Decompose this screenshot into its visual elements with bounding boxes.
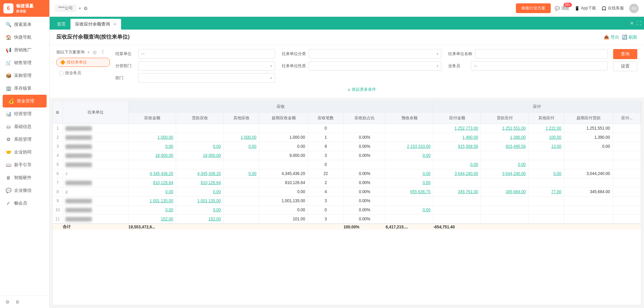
- service-icon: 🎧: [601, 6, 606, 11]
- user-avatar[interactable]: Rit: [629, 4, 639, 13]
- sidebar-item-wechat[interactable]: 💬企业微信: [0, 184, 49, 197]
- tab-home[interactable]: 首页: [52, 19, 70, 30]
- filter-collapse-btn[interactable]: 《: [99, 49, 104, 55]
- refresh-btn[interactable]: 🔄 刷新: [622, 34, 637, 40]
- row-num-3: 3: [53, 142, 63, 151]
- breadcrumb-chevron[interactable]: ▾: [79, 6, 81, 11]
- filter-settlement-input[interactable]: ···: [138, 49, 275, 58]
- header-settings-icon[interactable]: ⚙: [84, 6, 88, 11]
- query-btn[interactable]: 查询: [613, 49, 637, 59]
- footer-ap-other: [529, 224, 564, 230]
- col-ar-loan: 货款应收: [176, 113, 224, 124]
- row-partner-9: ██████████: [63, 196, 128, 206]
- filter-manage-dept-label: 分管部门: [115, 63, 136, 69]
- table-row: 3 ██████████ 0.00 0.00 0.00 0.00 9 0.00%…: [53, 142, 641, 151]
- filter-manage-dept-input[interactable]: ▾: [138, 61, 275, 71]
- col-ar-ratio: 应收款占比: [343, 113, 386, 124]
- tab-bar-expand-icon[interactable]: ⛶: [637, 20, 641, 26]
- row-partner-10: ██████████: [63, 206, 128, 215]
- sidebar-item-quick-nav[interactable]: 🏠快捷导航: [0, 31, 49, 44]
- sidebar-item-system[interactable]: ⚙系统管理: [0, 133, 49, 146]
- sidebar-item-finance[interactable]: 💰资金管理: [3, 95, 47, 107]
- wechat-icon: 💬: [5, 188, 11, 193]
- sidebar-item-operations[interactable]: 📊经营管理: [0, 107, 49, 120]
- col-ar-count: 应收笔数: [308, 113, 343, 124]
- solution-btn[interactable]: 体验行业方案: [516, 3, 551, 13]
- footer-ar-overdue: [259, 224, 308, 230]
- scheme-by-partner[interactable]: 🔶 按往来单位: [56, 58, 110, 67]
- guide-icon: 📖: [5, 162, 11, 168]
- row-num-7: 7: [53, 178, 63, 187]
- dept-arrow: ▾: [270, 76, 272, 80]
- collapse-more-btn[interactable]: ∧ 收起更多条件: [115, 85, 608, 94]
- scheme-by-salesperson[interactable]: 按业务员: [56, 69, 110, 77]
- sidebar-item-search-menu[interactable]: 🔍搜索菜单: [0, 18, 49, 31]
- settings-btn[interactable]: 设置: [613, 61, 637, 71]
- app-download-icon: 📱: [575, 6, 580, 11]
- scheme-salesperson-radio: [59, 71, 64, 76]
- filter-partner-name: 往来单位名称: [448, 49, 608, 58]
- tab-close-icon[interactable]: ✕: [113, 22, 116, 27]
- member-label: 畅会员: [14, 200, 27, 206]
- scheme-partner-label: 按往来单位: [67, 59, 87, 65]
- filter-partner-cat-input[interactable]: ▾: [309, 49, 441, 58]
- table-row: 1 ██████████ 0 1,252,773.00 1,251,551.00…: [53, 124, 641, 133]
- table-row: 10 ██████████ 0.00 0.00 0.00 0 0.00% 0.0…: [53, 206, 641, 215]
- hardware-icon: 🖥: [5, 175, 11, 180]
- app-download-label: App下载: [581, 5, 596, 11]
- footer-ap-more: [613, 224, 641, 230]
- filter-panel: 按以下方案查询 + ◎ 《 🔶 按往来单位 按业务员: [50, 45, 644, 98]
- row-num-10: 10: [53, 206, 63, 215]
- customer-service-btn[interactable]: 🎧 在线客服: [601, 5, 624, 11]
- filter-salesperson: 业务员 ···: [448, 61, 608, 71]
- filter-salesperson-input[interactable]: ···: [471, 61, 608, 71]
- filter-manage-dept: 分管部门 ▾: [115, 61, 275, 71]
- sidebar-item-sales[interactable]: 🛒销售管理: [0, 56, 49, 69]
- footer-ar-loan: [176, 224, 224, 230]
- tab-bar-close-icon[interactable]: ✕: [630, 20, 634, 26]
- app-download-btn[interactable]: 📱 App下载: [575, 5, 596, 11]
- filter-partner-nature-input[interactable]: ▾: [309, 61, 441, 71]
- service-label: 在线客服: [608, 5, 624, 11]
- main-content: 应收应付余额查询(按往来单位) 📤 导出 🔄 刷新 按以下方案查询 + ◎ 《: [50, 30, 644, 308]
- sidebar-item-member[interactable]: ✓畅会员: [0, 197, 49, 210]
- footer-label: 合计: [63, 224, 128, 230]
- col-ar-amount: 应收金额: [128, 113, 176, 124]
- col-ap-group: 应付: [433, 101, 641, 113]
- filter-partner-name-input[interactable]: [475, 49, 608, 58]
- filter-dept-input[interactable]: ▾: [138, 73, 275, 83]
- footer-settings-col: [53, 224, 63, 230]
- cooperation-label: 企业协同: [14, 149, 32, 155]
- sidebar-item-purchase[interactable]: 📦采购管理: [0, 69, 49, 82]
- notification-btn[interactable]: 💬 消息 99+: [555, 5, 569, 11]
- sidebar-item-basic-info[interactable]: 🗂基础信息: [0, 120, 49, 133]
- sidebar-item-inventory[interactable]: 🏢库存核算: [0, 82, 49, 95]
- search-menu-label: 搜索菜单: [14, 21, 32, 28]
- filter-add-btn[interactable]: +: [87, 49, 90, 55]
- filter-partner-category: 往来单位分类 ▾: [282, 49, 441, 58]
- sidebar-item-cooperation[interactable]: 🤝企业协同: [0, 146, 49, 159]
- row-num-4: 4: [53, 151, 63, 160]
- filter-settings-btn[interactable]: ◎: [93, 49, 97, 55]
- col-ar-group: 应收: [128, 101, 433, 113]
- sidebar-item-marketing[interactable]: 📢营销推广: [0, 44, 49, 56]
- tab-ar-ap[interactable]: 应收应付余额查询 ✕: [70, 19, 121, 30]
- sidebar-item-hardware[interactable]: 🖥智能硬件: [0, 171, 49, 184]
- row-num-1: 1: [53, 124, 63, 133]
- footer-ar-prepay: 6,417,215....: [386, 224, 433, 230]
- basic-info-icon: 🗂: [5, 124, 11, 129]
- data-table: ⚙ 往来单位 应收 应付 应收金额 货款应收 其他应收 超期应收金额 应收笔数 …: [53, 101, 641, 230]
- col-settings[interactable]: ⚙: [53, 101, 63, 124]
- sidebar-settings-icon[interactable]: ⚙: [5, 299, 10, 305]
- col-ar-overdue: 超期应收金额: [259, 113, 308, 124]
- col-ap-overdue: 超期应付货款: [564, 113, 613, 124]
- sidebar-collapse-icon[interactable]: ⏸: [15, 299, 20, 305]
- refresh-icon: 🔄: [622, 35, 627, 40]
- col-ap-loan: 货款应付: [481, 113, 529, 124]
- inventory-icon: 🏢: [5, 86, 11, 91]
- logo-icon: 6: [3, 3, 13, 13]
- scheme-partner-icon: 🔶: [60, 60, 65, 65]
- sidebar-item-guide[interactable]: 📖新手引导: [0, 159, 49, 171]
- export-btn[interactable]: 📤 导出: [604, 34, 619, 40]
- row-partner-3: ██████████: [63, 142, 128, 151]
